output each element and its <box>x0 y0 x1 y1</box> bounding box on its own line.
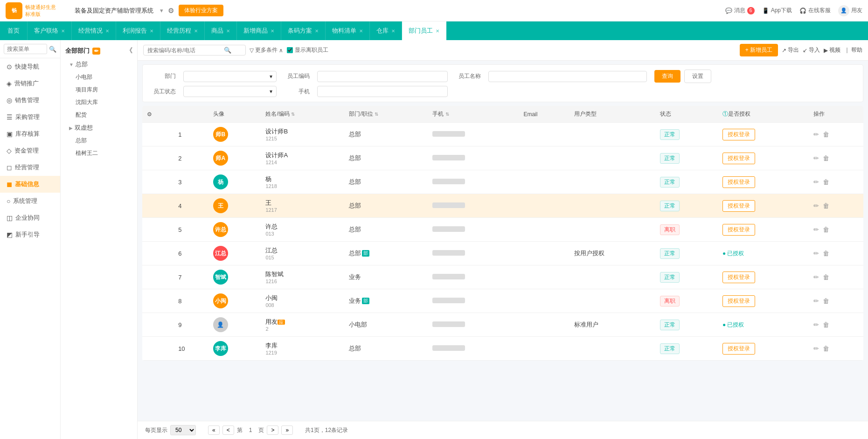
auth-login-button[interactable]: 授权登录 <box>722 224 755 236</box>
delete-icon[interactable]: 🗑 <box>823 345 829 352</box>
edit-icon[interactable]: ✏ <box>813 273 819 281</box>
tab-goods[interactable]: 商品✕ <box>205 21 237 40</box>
message-item[interactable]: 💬 消息 6 <box>725 7 755 14</box>
dept-sub-peihuo[interactable]: 配货 <box>61 109 137 121</box>
tab-dept-employee-close[interactable]: ✕ <box>436 28 439 34</box>
delete-icon[interactable]: 🗑 <box>823 154 829 162</box>
search-input[interactable] <box>147 47 222 54</box>
col-name-code[interactable]: 姓名/编码 ⇅ <box>261 106 344 123</box>
tab-operation-history[interactable]: 经营历程✕ <box>160 21 205 40</box>
edit-icon[interactable]: ✏ <box>813 154 819 162</box>
app-download-item[interactable]: 📱 App下载 <box>762 7 792 14</box>
dept-sub-shenyang[interactable]: 沈阳大库 <box>61 96 137 109</box>
auth-info-icon[interactable]: ① <box>722 111 728 117</box>
sidebar-item-basic[interactable]: ◼基础信息 <box>0 176 60 193</box>
trial-button[interactable]: 体验行业方案 <box>179 5 223 16</box>
tab-operation-status[interactable]: 经营情况✕ <box>72 21 116 40</box>
sidebar-item-inventory[interactable]: ▣库存核算 <box>0 125 60 142</box>
auth-login-button[interactable]: 授权登录 <box>722 129 755 140</box>
delete-icon[interactable]: 🗑 <box>823 321 829 328</box>
emp-code-filter-input[interactable] <box>317 71 448 82</box>
emp-name-filter-input[interactable] <box>488 71 647 82</box>
auth-login-button[interactable]: 授权登录 <box>722 295 755 307</box>
last-page-btn[interactable]: » <box>281 425 293 435</box>
tab-barcode[interactable]: 条码方案✕ <box>281 21 326 40</box>
dept-edit-icon[interactable]: ✏ <box>92 48 100 55</box>
settings-icon[interactable]: ⚙ <box>168 7 174 15</box>
dept-sub-xiaodian[interactable]: 小电部 <box>61 71 137 84</box>
dept-filter-select[interactable]: ▾ <box>183 71 277 82</box>
edit-icon[interactable]: ✏ <box>813 250 819 257</box>
sidebar-item-operation[interactable]: ◻经营管理 <box>0 159 60 176</box>
tab-profit[interactable]: 利润报告✕ <box>116 21 160 40</box>
tab-profit-close[interactable]: ✕ <box>150 28 153 34</box>
delete-icon[interactable]: 🗑 <box>823 131 829 138</box>
help-button[interactable]: ｜ 帮助 <box>844 46 862 54</box>
prev-page-btn[interactable]: < <box>222 425 234 435</box>
col-dept-position[interactable]: 部门/职位 ⇅ <box>344 106 428 123</box>
page-size-select[interactable]: 50 10 20 100 <box>170 425 196 435</box>
query-button[interactable]: 查询 <box>654 70 681 83</box>
tab-new-goods-close[interactable]: ✕ <box>271 28 274 34</box>
auth-login-button[interactable]: 授权登录 <box>722 200 755 212</box>
edit-icon[interactable]: ✏ <box>813 321 819 328</box>
search-icon[interactable]: 🔍 <box>224 47 231 54</box>
tab-operation-history-close[interactable]: ✕ <box>194 28 198 34</box>
view-button[interactable]: ▶ 视频 <box>824 46 840 54</box>
tab-warehouse[interactable]: 仓库✕ <box>370 21 402 40</box>
edit-icon[interactable]: ✏ <box>813 202 819 209</box>
auth-login-button[interactable]: 授权登录 <box>722 153 755 164</box>
online-service-item[interactable]: 🎧 在线客服 <box>799 7 831 14</box>
delete-icon[interactable]: 🗑 <box>823 226 829 233</box>
sidebar-item-guide[interactable]: ◩新手引导 <box>0 226 60 243</box>
col-phone[interactable]: 手机 ⇅ <box>428 106 519 123</box>
dept-tree-collapse-btn[interactable]: 《 <box>126 47 132 55</box>
add-employee-button[interactable]: + 新增员工 <box>740 44 778 56</box>
show-resigned-checkbox[interactable] <box>287 47 293 53</box>
phone-filter-input[interactable] <box>317 86 448 97</box>
next-page-btn[interactable]: > <box>267 425 278 435</box>
tab-home[interactable]: 首页 <box>0 21 28 40</box>
delete-icon[interactable]: 🗑 <box>823 178 829 186</box>
export-button[interactable]: ↗ 导出 <box>782 46 799 54</box>
tab-bom[interactable]: 物料清单✕ <box>326 21 370 40</box>
edit-icon[interactable]: ✏ <box>813 345 819 352</box>
sidebar-item-sales[interactable]: ◎销售管理 <box>0 92 60 109</box>
table-settings-icon[interactable]: ⚙ <box>147 111 152 118</box>
sidebar-item-marketing[interactable]: ◈营销推广 <box>0 75 60 92</box>
edit-icon[interactable]: ✏ <box>813 131 819 138</box>
title-dropdown-icon[interactable]: ▾ <box>160 7 163 14</box>
delete-icon[interactable]: 🗑 <box>823 202 829 209</box>
sidebar-item-finance[interactable]: ◇资金管理 <box>0 142 60 159</box>
dept-item-zongbu[interactable]: ▼ 总部 <box>61 58 137 71</box>
first-page-btn[interactable]: « <box>208 425 220 435</box>
edit-icon[interactable]: ✏ <box>813 297 819 305</box>
edit-icon[interactable]: ✏ <box>813 178 819 186</box>
tab-customer-close[interactable]: ✕ <box>61 28 65 34</box>
tab-bom-close[interactable]: ✕ <box>359 28 363 34</box>
emp-status-filter-select[interactable]: ▾ <box>183 86 277 97</box>
delete-icon[interactable]: 🗑 <box>823 297 829 305</box>
auth-login-button[interactable]: 授权登录 <box>722 343 755 355</box>
tab-warehouse-close[interactable]: ✕ <box>391 28 395 34</box>
sidebar-search-input[interactable] <box>4 44 47 54</box>
tab-dept-employee[interactable]: 部门员工✕ <box>402 21 446 40</box>
sidebar-search-icon[interactable]: 🔍 <box>49 46 56 53</box>
tab-goods-close[interactable]: ✕ <box>226 28 230 34</box>
auth-login-button[interactable]: 授权登录 <box>722 272 755 283</box>
tab-barcode-close[interactable]: ✕ <box>315 28 319 34</box>
user-item[interactable]: 👤 用友 <box>838 5 862 16</box>
delete-icon[interactable]: 🗑 <box>823 273 829 281</box>
import-button[interactable]: ↙ 导入 <box>803 46 820 54</box>
edit-icon[interactable]: ✏ <box>813 226 819 233</box>
dept-sub-xiangmu[interactable]: 项目库房 <box>61 84 137 96</box>
reset-button[interactable]: 设置 <box>684 70 711 83</box>
sidebar-item-quick-nav[interactable]: ⊙快捷导航 <box>0 58 60 75</box>
more-filter-btn[interactable]: ▽ 更多条件 ∧ <box>250 46 283 54</box>
dept-item-shuangxu[interactable]: ▶ 双虚想 <box>61 121 137 134</box>
sidebar-item-purchase[interactable]: ☰采购管理 <box>0 109 60 125</box>
col-settings[interactable]: ⚙ <box>142 106 174 123</box>
dept-sub-zhishu[interactable]: 植树王二 <box>61 147 137 160</box>
all-dept-label[interactable]: 全部部门 <box>65 47 90 55</box>
sidebar-item-collab[interactable]: ◫企业协同 <box>0 209 60 226</box>
